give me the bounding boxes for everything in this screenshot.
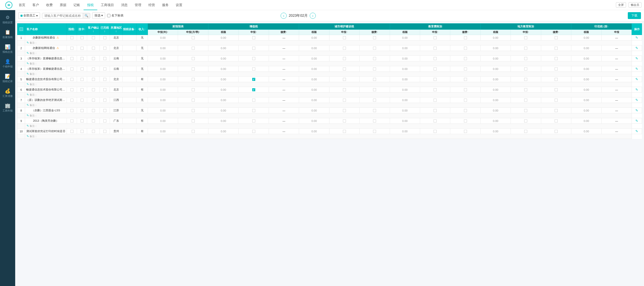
df-shenbao-cb[interactable] <box>524 47 527 50</box>
cs-shenbao-cb[interactable] <box>343 36 346 39</box>
edit-icon[interactable]: ✎ <box>635 119 638 123</box>
jy-shenbao-cb[interactable] <box>434 36 437 39</box>
sidebar-item-个税申报[interactable]: 👤个税申报 <box>0 57 15 70</box>
jy-shenbao-cb[interactable] <box>434 78 437 81</box>
nav-item-设置[interactable]: 设置 <box>172 0 186 10</box>
note-edit-icon[interactable]: ✎ <box>27 41 29 44</box>
cs-shenbao-cb[interactable] <box>343 130 346 133</box>
cs-shenbao-cb[interactable] <box>343 119 346 122</box>
jy-shenbao-cb[interactable] <box>434 47 437 50</box>
guaka-cb[interactable] <box>81 130 84 133</box>
guaka-cb[interactable] <box>81 57 84 60</box>
yishen-cb[interactable] <box>103 109 106 112</box>
niandu-cb[interactable] <box>192 119 195 122</box>
guaka-cb[interactable] <box>81 99 84 102</box>
df-shenbao-cb[interactable] <box>524 36 527 39</box>
note-edit-icon[interactable]: ✎ <box>27 114 29 117</box>
cs-shenbao-cb[interactable] <box>343 57 346 60</box>
guaka-cb[interactable] <box>81 78 84 81</box>
nav-item-工商项目[interactable]: 工商项目 <box>97 0 118 10</box>
queren-cb[interactable] <box>92 67 95 70</box>
yishen-cb[interactable] <box>103 78 106 81</box>
note-edit-icon[interactable]: ✎ <box>27 103 29 106</box>
name-checkbox-label[interactable]: 名下标表 <box>107 13 124 18</box>
cs-jiaofei-cb[interactable] <box>373 119 376 122</box>
employee-filter-btn[interactable]: 全部员工 ▾ <box>18 12 40 19</box>
jy-jiaofei-cb[interactable] <box>464 57 467 60</box>
queren-cb[interactable] <box>92 130 95 133</box>
baoshui-cb[interactable] <box>70 47 73 50</box>
row-edit[interactable]: ✎ <box>632 45 642 51</box>
zze-shenbao-cb[interactable]: ✓ <box>252 88 255 91</box>
niandu-cb[interactable] <box>192 67 195 70</box>
baoshui-cb[interactable] <box>70 119 73 122</box>
nav-item-报税[interactable]: 报税 <box>84 0 97 10</box>
df-jiaofei-cb[interactable] <box>555 99 558 102</box>
niandu-cb[interactable] <box>192 88 195 91</box>
queren-cb[interactable] <box>92 47 95 50</box>
df-shenbao-cb[interactable] <box>524 109 527 112</box>
sidebar-item-汇算清缴[interactable]: 💰汇算清缴 <box>0 86 15 100</box>
nav-item-收费[interactable]: 收费 <box>43 0 56 10</box>
jy-jiaofei-cb[interactable] <box>464 109 467 112</box>
row-edit[interactable]: ✎ <box>632 97 642 103</box>
note-edit-icon[interactable]: ✎ <box>27 83 29 86</box>
member-btn[interactable]: 畅会员 <box>629 2 641 8</box>
cs-jiaofei-cb[interactable] <box>373 109 376 112</box>
nav-item-消息[interactable]: 消息 <box>118 0 131 10</box>
name-checkbox[interactable] <box>107 14 110 17</box>
jy-shenbao-cb[interactable] <box>434 88 437 91</box>
df-jiaofei-cb[interactable] <box>555 57 558 60</box>
zze-shenbao-cb[interactable] <box>252 36 255 39</box>
jy-jiaofei-cb[interactable] <box>464 119 467 122</box>
nav-item-管理[interactable]: 管理 <box>131 0 145 10</box>
row-edit[interactable]: ✎ <box>632 108 642 113</box>
zze-shenbao-cb[interactable] <box>252 57 255 60</box>
queren-cb[interactable] <box>92 78 95 81</box>
baoshui-cb[interactable] <box>70 57 73 60</box>
df-shenbao-cb[interactable] <box>524 119 527 122</box>
cs-shenbao-cb[interactable] <box>343 47 346 50</box>
jy-jiaofei-cb[interactable] <box>464 99 467 102</box>
niandu-cb[interactable] <box>192 36 195 39</box>
yishen-cb[interactable] <box>103 57 106 60</box>
baoshui-cb[interactable] <box>70 67 73 70</box>
niandu-cb[interactable] <box>192 109 195 112</box>
sidebar-item-报税设置[interactable]: ⚙报税设置 <box>0 13 15 26</box>
nav-item-服务[interactable]: 服务 <box>159 0 172 10</box>
cs-jiaofei-cb[interactable] <box>373 78 376 81</box>
edit-icon[interactable]: ✎ <box>635 129 638 133</box>
sidebar-item-报税总览[interactable]: 📊报税总览 <box>0 42 15 56</box>
note-edit-icon[interactable]: ✎ <box>27 62 29 65</box>
cs-jiaofei-cb[interactable] <box>373 130 376 133</box>
yishen-cb[interactable] <box>103 67 106 70</box>
next-date-btn[interactable]: › <box>310 13 316 19</box>
df-jiaofei-cb[interactable] <box>555 130 558 133</box>
jy-shenbao-cb[interactable] <box>434 119 437 122</box>
row-edit[interactable]: ✎ <box>632 35 642 41</box>
edit-icon[interactable]: ✎ <box>635 46 638 50</box>
df-shenbao-cb[interactable] <box>524 78 527 81</box>
jy-jiaofei-cb[interactable] <box>464 67 467 70</box>
row-edit[interactable]: ✎ <box>632 118 642 124</box>
queren-cb[interactable] <box>92 119 95 122</box>
sidebar-item-批量报税[interactable]: 📋批量报税 <box>0 27 15 41</box>
download-button[interactable]: 下载 <box>628 12 641 19</box>
yishen-cb[interactable] <box>103 88 106 91</box>
zze-shenbao-cb[interactable] <box>252 109 255 112</box>
cs-jiaofei-cb[interactable] <box>373 47 376 50</box>
edit-icon[interactable]: ✎ <box>635 57 638 60</box>
yishen-cb[interactable] <box>103 47 106 50</box>
row-edit[interactable]: ✎ <box>632 66 642 72</box>
nav-item-客户[interactable]: 客户 <box>29 0 43 10</box>
zze-shenbao-cb[interactable] <box>252 130 255 133</box>
yishen-cb[interactable] <box>103 36 106 39</box>
df-jiaofei-cb[interactable] <box>555 88 558 91</box>
df-jiaofei-cb[interactable] <box>555 36 558 39</box>
cs-shenbao-cb[interactable] <box>343 99 346 102</box>
guaka-cb[interactable] <box>81 119 84 122</box>
cs-jiaofei-cb[interactable] <box>373 88 376 91</box>
niandu-cb[interactable] <box>192 57 195 60</box>
jy-shenbao-cb[interactable] <box>434 109 437 112</box>
nav-item-首页[interactable]: 首页 <box>15 0 29 10</box>
